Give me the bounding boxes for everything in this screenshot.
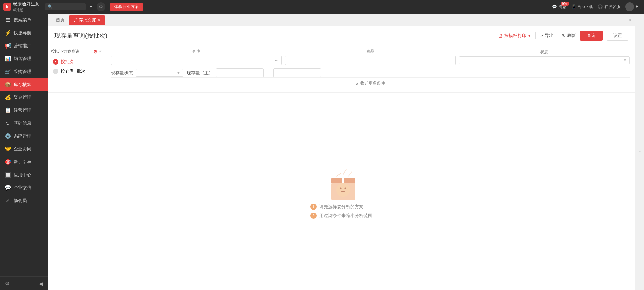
export-label: 导出 <box>545 33 554 39</box>
tab-inventory-batch[interactable]: 库存批次账 × <box>69 15 105 25</box>
sidebar-label-marketing: 营销推广 <box>14 43 31 49</box>
tab-active-label: 库存批次账 <box>74 17 96 23</box>
user-profile[interactable]: Rit <box>625 2 641 11</box>
version-badge: 标准版 <box>13 8 39 13</box>
sidebar-label-operation: 经营管理 <box>14 107 31 113</box>
system-icon: ⚙️ <box>5 133 11 139</box>
sidebar-item-wechat[interactable]: 💬 企业微信 <box>0 181 48 194</box>
sidebar-collapse-icon[interactable]: ◀ <box>39 281 43 286</box>
collapse-label: 收起更多条件 <box>360 80 385 86</box>
hint-1-num: 1 <box>310 204 317 210</box>
sidebar-item-quick-nav[interactable]: ⚡ 快捷导航 <box>0 26 48 39</box>
panel-close-button[interactable]: × <box>629 17 632 23</box>
stock-status-select[interactable]: ▼ <box>136 69 183 77</box>
sidebar-item-purchase[interactable]: 🛒 采购管理 <box>0 65 48 78</box>
message-icon: 💬 <box>552 4 557 9</box>
sidebar-label-appstore: 应用中心 <box>14 172 31 178</box>
scheme-item-batch[interactable]: ● 按批次 <box>51 57 102 67</box>
print-button[interactable]: 🖨 按模板打印 ▼ <box>498 33 531 39</box>
settings-button[interactable]: 设置 <box>607 31 628 41</box>
newbie-icon: 🎯 <box>5 159 11 165</box>
warehouse-more-icon[interactable]: ··· <box>275 58 278 63</box>
top-header: b 畅康通好生意 标准版 🔍 ▼ ⚙ 体验行业方案 💬 消息 99+ 📱 App… <box>0 0 644 14</box>
warehouse-text-input[interactable] <box>114 58 275 63</box>
sidebar-item-finance[interactable]: 💰 资金管理 <box>0 91 48 104</box>
stock-amount-min-input[interactable] <box>216 68 264 77</box>
sidebar-label-purchase: 采购管理 <box>14 69 31 75</box>
query-button[interactable]: 查询 <box>580 31 603 41</box>
status-dropdown-icon[interactable]: ▼ <box>623 58 627 62</box>
stock-amount-max-input[interactable] <box>273 68 321 77</box>
scheme-actions: + ⚙ « <box>89 49 102 54</box>
sidebar-label-quick-nav: 快捷导航 <box>14 30 31 36</box>
scheme-add-icon[interactable]: + <box>89 49 91 54</box>
tab-home[interactable]: 首页 <box>51 15 69 25</box>
filter-panel: 按以下方案查询 + ⚙ « ● 按批次 ○ 按仓库+批次 <box>48 45 635 93</box>
sidebar-item-marketing[interactable]: 📢 营销推广 <box>0 39 48 52</box>
refresh-icon: ↻ <box>562 33 566 38</box>
product-text-input[interactable] <box>288 58 449 63</box>
svg-line-8 <box>348 172 352 176</box>
svg-point-3 <box>336 183 350 197</box>
sidebar-label-finance: 资金管理 <box>14 94 31 101</box>
right-panel[interactable]: › <box>635 14 644 290</box>
enterprise-icon: 🤝 <box>5 146 11 152</box>
scheme-settings-icon[interactable]: ⚙ <box>93 49 98 54</box>
warehouse-input[interactable]: ··· <box>111 56 282 65</box>
sidebar-item-enterprise[interactable]: 🤝 企业协同 <box>0 143 48 156</box>
right-filter-area: 仓库 ··· 商品 ··· <box>105 45 635 92</box>
hint-1-text: 请先选择要分析的方案 <box>319 204 363 210</box>
member-icon: ✓ <box>5 198 11 204</box>
empty-hint-1: 1 请先选择要分析的方案 <box>310 204 372 210</box>
svg-line-7 <box>343 169 346 175</box>
filter-row-1: 仓库 ··· 商品 ··· <box>111 49 630 65</box>
sidebar-label-inventory: 库存核算 <box>14 81 31 88</box>
content-area: 首页 库存批次账 × × 现存量查询(按批次) 🖨 按模板打印 ▼ <box>48 14 635 290</box>
sidebar-item-member[interactable]: ✓ 畅会员 <box>0 194 48 207</box>
status-select[interactable]: ▼ <box>459 56 630 64</box>
experience-button[interactable]: 体验行业方案 <box>110 3 143 11</box>
tab-home-label: 首页 <box>56 17 65 23</box>
sidebar-item-basics[interactable]: 🗂 基础信息 <box>0 117 48 130</box>
app-download-button[interactable]: 📱 App下载 <box>571 4 593 10</box>
sidebar-item-system[interactable]: ⚙️ 系统管理 <box>0 130 48 143</box>
collapse-icon: ∧ <box>356 81 359 86</box>
sidebar-item-newbie[interactable]: 🎯 新手引导 <box>0 156 48 168</box>
scheme-item-warehouse-batch[interactable]: ○ 按仓库+批次 <box>51 67 102 76</box>
print-dropdown-icon[interactable]: ▼ <box>528 34 531 38</box>
sidebar-item-appstore[interactable]: 🔲 应用中心 <box>0 168 48 181</box>
stock-amount-min-text[interactable] <box>219 70 239 75</box>
right-panel-handle[interactable]: › <box>638 151 642 152</box>
finance-icon: 💰 <box>5 94 11 101</box>
hint-2-num: 2 <box>310 213 317 219</box>
stock-amount-dash: — <box>266 70 271 75</box>
online-service-button[interactable]: 🎧 在线客服 <box>598 4 621 10</box>
product-input[interactable]: ··· <box>285 56 456 65</box>
header-dropdown[interactable]: ▼ <box>89 4 93 9</box>
logo-icon: b <box>3 3 11 11</box>
stock-amount-max-text[interactable] <box>276 70 297 75</box>
sidebar-item-sales[interactable]: 📊 销售管理 <box>0 52 48 65</box>
sidebar-item-inventory[interactable]: 📦 库存核算 <box>0 78 48 91</box>
scheme-header: 按以下方案查询 + ⚙ « <box>51 49 102 54</box>
scheme-collapse-icon[interactable]: « <box>99 49 102 54</box>
sidebar-label-enterprise: 企业协同 <box>14 146 31 152</box>
headphone-icon: 🎧 <box>598 4 603 9</box>
header-gear-button[interactable]: ⚙ <box>97 2 105 11</box>
refresh-button[interactable]: ↻ 刷新 <box>562 33 576 39</box>
main-layout: ☰ 搜索菜单 ⚡ 快捷导航 📢 营销推广 📊 销售管理 🛒 采购管理 📦 库存核… <box>0 14 644 290</box>
collapse-bar[interactable]: ∧ 收起更多条件 <box>111 77 630 89</box>
sidebar-label-wechat: 企业微信 <box>14 185 31 191</box>
refresh-label: 刷新 <box>567 33 576 39</box>
stock-status-filter: 现存量状态 ▼ <box>111 69 183 77</box>
notification-area[interactable]: 💬 消息 99+ <box>552 4 566 10</box>
svg-point-5 <box>345 187 346 189</box>
sidebar-settings-icon[interactable]: ⚙ <box>5 280 10 287</box>
product-more-icon[interactable]: ··· <box>449 58 453 63</box>
tab-close-icon[interactable]: × <box>98 18 100 22</box>
avatar <box>625 2 634 11</box>
sidebar-item-search-menu[interactable]: ☰ 搜索菜单 <box>0 14 48 26</box>
sidebar-item-operation[interactable]: 📋 经营管理 <box>0 104 48 117</box>
header-search[interactable]: 🔍 <box>45 3 86 10</box>
export-button[interactable]: ↗ 导出 <box>540 33 554 39</box>
